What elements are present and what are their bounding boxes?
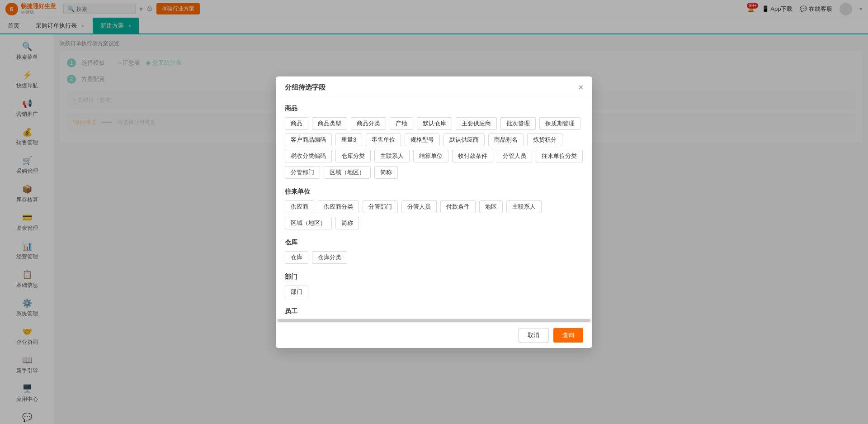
modal-body[interactable]: 商品 商品 商品类型 商品分类 产地 默认仓库 主要供应商 批次管理 保质期管理… [276,97,592,319]
field-tag[interactable]: 仓库分类 [335,150,371,162]
field-tag[interactable]: 付款条件 [440,200,476,213]
section-department-title: 部门 [285,273,583,281]
field-tag[interactable]: 重量3 [335,133,362,146]
field-tag[interactable]: 供应商 [285,200,314,213]
section-employee-title: 员工 [285,307,583,315]
field-tag[interactable]: 客户商品编码 [285,133,332,146]
field-tag[interactable]: 主联系人 [374,150,410,162]
field-tag[interactable]: 产地 [390,117,413,130]
field-tag[interactable]: 默认供应商 [443,133,485,146]
modal-overlay: 分组待选字段 × 商品 商品 商品类型 商品分类 产地 默认仓库 主要供应商 批… [0,0,868,424]
field-tag[interactable]: 零售单位 [366,133,401,146]
field-tag[interactable]: 仓库 [285,251,308,264]
modal-hscroll[interactable] [276,319,592,322]
field-tag[interactable]: 保质期管理 [539,117,580,130]
field-tag[interactable]: 分管部门 [285,166,320,179]
field-tag[interactable]: 简称 [335,217,359,229]
hscroll-bar [278,319,590,322]
section-warehouse: 仓库 仓库 仓库分类 [285,238,583,264]
modal-title: 分组待选字段 [285,83,326,92]
field-grid-partner: 供应商 供应商分类 分管部门 分管人员 付款条件 地区 主联系人 区域（地区） … [285,200,583,229]
modal-header: 分组待选字段 × [276,76,592,97]
field-tag[interactable]: 默认仓库 [417,117,452,130]
field-tag[interactable]: 商品别名 [488,133,524,146]
modal-footer: 取消 查询 [276,322,592,348]
cancel-button[interactable]: 取消 [518,328,549,343]
field-grid-department: 部门 [285,286,583,298]
field-tag[interactable]: 主要供应商 [456,117,497,130]
field-tag[interactable]: 规格型号 [405,133,440,146]
section-department: 部门 部门 [285,273,583,298]
field-tag[interactable]: 仓库分类 [312,251,347,264]
section-warehouse-title: 仓库 [285,238,583,247]
field-tag[interactable]: 商品分类 [351,117,386,130]
field-tag[interactable]: 收付款条件 [452,150,493,162]
field-tag[interactable]: 区域（地区） [285,217,332,229]
confirm-button[interactable]: 查询 [553,328,583,343]
field-tag[interactable]: 供应商分类 [318,200,359,213]
section-employee: 员工 业务员 [285,307,583,319]
field-tag[interactable]: 税收分类编码 [285,150,332,162]
field-tag[interactable]: 批次管理 [500,117,536,130]
field-tag[interactable]: 分管人员 [401,200,437,213]
field-tag[interactable]: 简称 [374,166,398,179]
field-tag[interactable]: 往来单位分类 [536,150,583,162]
field-tag[interactable]: 商品 [285,117,308,130]
field-grid-warehouse: 仓库 仓库分类 [285,251,583,264]
field-tag[interactable]: 地区 [479,200,503,213]
field-tag[interactable]: 商品类型 [312,117,347,130]
field-tag[interactable]: 结算单位 [413,150,448,162]
modal-close-button[interactable]: × [578,83,583,92]
section-partner-title: 往来单位 [285,188,583,196]
field-tag[interactable]: 拣货积分 [527,133,562,146]
field-tag[interactable]: 分管人员 [497,150,532,162]
section-partner: 往来单位 供应商 供应商分类 分管部门 分管人员 付款条件 地区 主联系人 区域… [285,188,583,229]
section-product-title: 商品 [285,105,583,113]
field-tag[interactable]: 区域（地区） [324,166,371,179]
field-select-modal: 分组待选字段 × 商品 商品 商品类型 商品分类 产地 默认仓库 主要供应商 批… [276,76,592,348]
section-product: 商品 商品 商品类型 商品分类 产地 默认仓库 主要供应商 批次管理 保质期管理… [285,105,583,179]
field-tag[interactable]: 部门 [285,286,308,298]
field-tag[interactable]: 分管部门 [363,200,398,213]
field-grid-product: 商品 商品类型 商品分类 产地 默认仓库 主要供应商 批次管理 保质期管理 客户… [285,117,583,179]
field-tag[interactable]: 主联系人 [506,200,542,213]
